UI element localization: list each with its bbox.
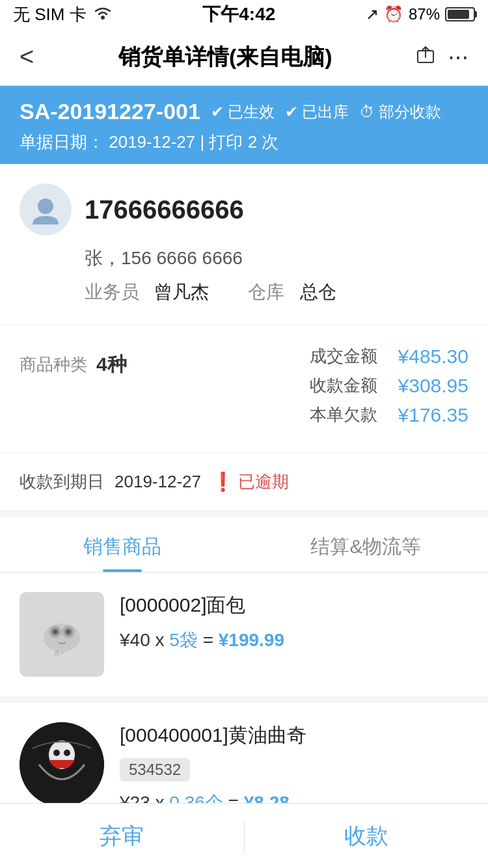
bottom-bar: 弃审 收款 (0, 803, 488, 868)
sales-name: 曾凡杰 (154, 282, 209, 302)
trading-amount-value: ¥485.30 (390, 346, 468, 368)
tab-settlement[interactable]: 结算&物流等 (244, 517, 488, 572)
product-type-label: 商品种类 (20, 353, 87, 376)
wifi-icon (93, 5, 113, 25)
due-date-label: 收款到期日 (20, 470, 104, 493)
stats-left: 商品种类 4种 (20, 345, 244, 378)
owed-label: 本单欠款 (310, 403, 377, 426)
share-button[interactable] (416, 46, 435, 68)
avatar (20, 183, 72, 236)
tabs-section: 销售商品 结算&物流等 (0, 517, 488, 573)
nav-left[interactable]: < (20, 43, 34, 71)
status-shipped: ✔ 已出库 (285, 102, 349, 122)
warehouse-label: 仓库 (248, 282, 284, 302)
svg-point-0 (101, 16, 105, 20)
product-batch-2: 534532 (120, 758, 190, 781)
owed-amount-value: ¥176.35 (390, 404, 468, 426)
status-bar: 无 SIM 卡 下午4:42 ↗ ⏰ 87% (0, 0, 488, 29)
customer-meta: 业务员 曾凡杰 仓库 总仓 (85, 280, 468, 305)
product-thumb-2 (20, 722, 104, 807)
overdue-icon: ❗ (211, 471, 234, 493)
svg-point-9 (66, 630, 70, 634)
more-button[interactable]: ··· (448, 43, 468, 71)
check-icon-1: ✔ (211, 103, 224, 121)
customer-phone: 17666666666 (85, 195, 244, 224)
received-amount-value: ¥308.95 (390, 375, 468, 397)
stats-section: 商品种类 4种 成交金额 ¥485.30 收款金额 ¥308.95 本单欠款 ¥… (0, 325, 488, 452)
battery-icon (445, 7, 475, 21)
sales-label: 业务员 (85, 282, 139, 302)
clock-icon: ⏱ (359, 103, 375, 121)
collect-button[interactable]: 收款 (245, 808, 489, 864)
overdue-text: 已逾期 (238, 470, 289, 493)
nav-right[interactable]: ··· (416, 43, 468, 71)
status-partial-payment: ⏱ 部分收款 (359, 102, 441, 122)
svg-point-13 (53, 750, 60, 756)
svg-point-14 (64, 750, 70, 756)
status-right: ↗ ⏰ 87% (366, 5, 475, 23)
nav-bar: < 销货单详情(来自电脑) ··· (0, 29, 488, 86)
alarm-icon: ⏰ (384, 5, 403, 23)
product-info-1: [0000002]面包 ¥40 x 5袋 = ¥199.99 (120, 592, 468, 653)
page-title: 销货单详情(来自电脑) (118, 42, 332, 72)
status-left: 无 SIM 卡 (13, 3, 113, 26)
order-header-banner: SA-20191227-001 ✔ 已生效 ✔ 已出库 ⏱ 部分收款 单据日期：… (0, 86, 488, 164)
svg-point-2 (38, 198, 53, 214)
status-effective: ✔ 已生效 (211, 102, 275, 122)
order-number: SA-20191227-001 (20, 99, 200, 124)
tab-sales-product[interactable]: 销售商品 (0, 517, 244, 572)
product-list: 兽+ [0000002]面包 ¥40 x 5袋 = ¥199.99 (0, 573, 488, 835)
status-time: 下午4:42 (202, 2, 275, 27)
svg-point-8 (53, 630, 57, 634)
customer-name-phone: 张，156 6666 6666 (85, 246, 468, 271)
order-date-row: 单据日期： 2019-12-27 | 打印 2 次 (20, 131, 468, 154)
svg-point-3 (44, 623, 80, 652)
warehouse-name: 总仓 (300, 282, 336, 302)
product-image-1: 兽+ (20, 592, 104, 677)
due-date-value: 2019-12-27 (115, 472, 201, 492)
stats-right: 成交金额 ¥485.30 收款金额 ¥308.95 本单欠款 ¥176.35 (244, 345, 468, 433)
list-item: 兽+ [0000002]面包 ¥40 x 5袋 = ¥199.99 (0, 573, 488, 696)
product-name-2: [000400001]黄油曲奇 (120, 722, 468, 749)
back-button[interactable]: < (20, 43, 34, 71)
trading-amount-label: 成交金额 (310, 345, 377, 368)
customer-section: 17666666666 张，156 6666 6666 业务员 曾凡杰 仓库 总… (0, 164, 488, 324)
battery-percent: 87% (409, 5, 440, 23)
product-info-2: [000400001]黄油曲奇 534532 ¥23 x 0.36个 = ¥8.… (120, 722, 468, 815)
due-date-section: 收款到期日 2019-12-27 ❗ 已逾期 (0, 454, 488, 510)
abandon-button[interactable]: 弃审 (0, 808, 244, 864)
check-icon-2: ✔ (285, 103, 298, 121)
received-label: 收款金额 (310, 374, 377, 397)
product-price-1: ¥40 x 5袋 = ¥199.99 (120, 628, 468, 653)
svg-text:兽+: 兽+ (54, 649, 64, 657)
product-name-1: [0000002]面包 (120, 592, 468, 619)
location-icon: ↗ (366, 5, 379, 23)
product-type-count: 4种 (96, 351, 127, 378)
product-thumb-1: 兽+ (20, 592, 104, 677)
overdue-badge: ❗ 已逾期 (211, 470, 289, 493)
carrier-text: 无 SIM 卡 (13, 3, 87, 26)
